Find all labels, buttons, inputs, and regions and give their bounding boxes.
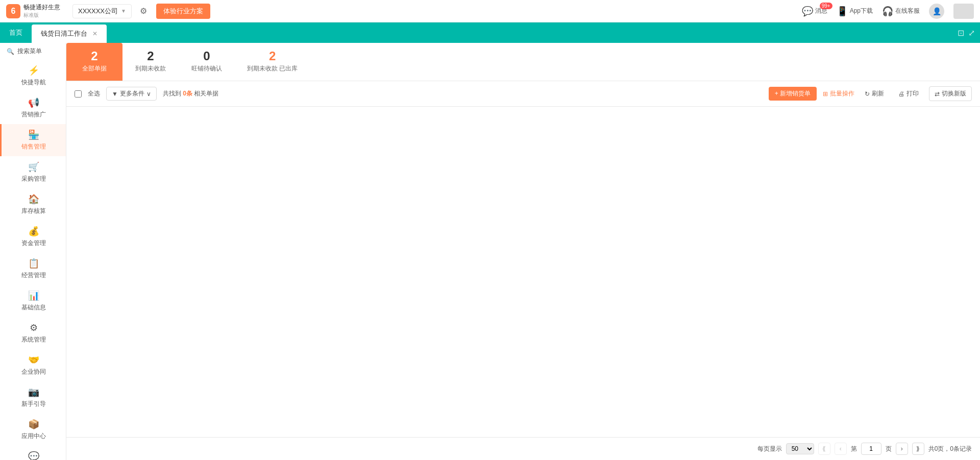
refresh-button[interactable]: ↻ 刷新: [861, 87, 888, 101]
filter-label: 更多条件: [120, 89, 144, 98]
table-area: [66, 107, 980, 437]
switch-version-button[interactable]: ⇄ 切换新版: [929, 86, 972, 101]
switch-label: 切换新版: [942, 89, 966, 98]
stat-card-all[interactable]: 2 全部单据: [66, 43, 122, 81]
stat-label-overdue: 到期未收款: [135, 64, 166, 73]
sidebar-item-guide[interactable]: 📷 新手引导: [0, 381, 66, 414]
new-sales-order-button[interactable]: + 新增销货单: [769, 87, 817, 101]
batch-label: 批量操作: [830, 89, 854, 98]
tab-expand-icon[interactable]: ⤢: [968, 28, 975, 38]
per-page-label: 每页显示: [757, 445, 782, 453]
content-area: 2 全部单据 2 到期未收款 0 旺铺待确认 2 到期未收款 已出库 全选: [66, 43, 980, 460]
finance-label: 资金管理: [21, 239, 46, 248]
sidebar-item-sales[interactable]: 🏪 销售管理: [0, 124, 66, 156]
quick-nav-label: 快捷导航: [21, 78, 46, 87]
tab-home[interactable]: 首页: [0, 22, 32, 43]
sidebar-item-system[interactable]: ⚙ 系统管理: [0, 317, 66, 349]
sidebar-item-purchase[interactable]: 🛒 采购管理: [0, 156, 66, 188]
page-input[interactable]: [861, 443, 881, 455]
tab-workspace-label: 钱货日清工作台: [41, 29, 87, 38]
batch-operation-button[interactable]: ⊞ 批量操作: [823, 89, 854, 98]
found-suffix: 相关单据: [194, 90, 218, 97]
next-page-button[interactable]: ›: [896, 443, 908, 455]
print-icon: 🖨: [898, 90, 904, 98]
logo-area: 6 畅捷通好生意 标准版: [6, 4, 72, 18]
apps-label: 应用中心: [21, 432, 46, 441]
batch-icon: ⊞: [823, 90, 828, 98]
inventory-icon: 🏠: [28, 193, 39, 205]
sidebar: 🔍 搜索菜单 ⚡ 快捷导航 📢 营销推广 🏪 销售管理 🛒 采购管理 🏠 库存核…: [0, 43, 66, 460]
found-text: 共找到 0条 相关单据: [163, 89, 218, 98]
sidebar-item-inventory[interactable]: 🏠 库存核算: [0, 188, 66, 221]
main-layout: 🔍 搜索菜单 ⚡ 快捷导航 📢 营销推广 🏪 销售管理 🛒 采购管理 🏠 库存核…: [0, 43, 980, 460]
tab-close-icon[interactable]: ✕: [92, 30, 97, 37]
filter-icon: ▼: [112, 90, 118, 98]
stat-label-all: 全部单据: [82, 64, 107, 73]
purchase-icon: 🛒: [28, 161, 39, 173]
app-version: 标准版: [23, 12, 60, 18]
online-service-icon: 🎧: [882, 6, 893, 17]
sidebar-item-apps[interactable]: 📦 应用中心: [0, 414, 66, 446]
user-info[interactable]: [953, 4, 974, 19]
total-label: 共0页，0条记录: [928, 445, 972, 453]
first-page-button[interactable]: ⟪: [818, 443, 830, 455]
last-page-button[interactable]: ⟫: [912, 443, 924, 455]
sidebar-item-quick-nav[interactable]: ⚡ 快捷导航: [0, 60, 66, 92]
app-download-label: App下载: [850, 7, 873, 15]
refresh-icon: ↻: [865, 90, 870, 98]
stat-card-unshipped[interactable]: 2 到期未收款 已出库: [235, 43, 310, 81]
finance-icon: 💰: [28, 226, 39, 237]
print-button[interactable]: 🖨 打印: [894, 87, 923, 101]
toolbar: 全选 ▼ 更多条件 ∨ 共找到 0条 相关单据 + 新增销货单 ⊞ 批量操作: [66, 81, 980, 107]
found-prefix: 共找到: [163, 90, 181, 97]
print-label: 打印: [906, 89, 919, 98]
message-badge: 99+: [820, 3, 832, 9]
toolbar-left: 全选 ▼ 更多条件 ∨ 共找到 0条 相关单据: [75, 87, 763, 101]
page-label: 第: [851, 445, 857, 453]
inventory-label: 库存核算: [21, 207, 46, 215]
tab-restore-icon[interactable]: ⊡: [958, 28, 964, 38]
sidebar-item-wechat[interactable]: 💬 企业微信: [0, 446, 66, 460]
operations-icon: 📋: [28, 258, 39, 269]
prev-page-button[interactable]: ‹: [835, 443, 847, 455]
stat-num-unshipped: 2: [269, 49, 276, 63]
purchase-label: 采购管理: [21, 175, 46, 183]
settings-button[interactable]: ⚙: [136, 4, 151, 19]
sales-label: 销售管理: [21, 142, 46, 151]
guide-icon: 📷: [28, 386, 39, 398]
stat-num-pending: 0: [203, 49, 210, 63]
sidebar-item-basics[interactable]: 📊 基础信息: [0, 285, 66, 317]
sidebar-item-finance[interactable]: 💰 资金管理: [0, 221, 66, 253]
app-download-item[interactable]: 📱 App下载: [837, 6, 873, 17]
app-name: 畅捷通好生意: [23, 4, 60, 12]
stats-row: 2 全部单据 2 到期未收款 0 旺铺待确认 2 到期未收款 已出库: [66, 43, 980, 81]
filter-button[interactable]: ▼ 更多条件 ∨: [106, 87, 157, 101]
tab-workspace[interactable]: 钱货日清工作台 ✕: [32, 25, 107, 43]
filter-chevron: ∨: [146, 90, 151, 98]
company-selector[interactable]: XXXXXX公司 ▼: [72, 4, 132, 18]
quick-nav-icon: ⚡: [28, 65, 39, 76]
apps-icon: 📦: [28, 419, 39, 430]
sidebar-item-enterprise[interactable]: 🤝 企业协同: [0, 349, 66, 381]
online-service-item[interactable]: 🎧 在线客服: [882, 6, 920, 17]
stat-card-pending[interactable]: 0 旺铺待确认: [179, 43, 235, 81]
sidebar-item-operations[interactable]: 📋 经营管理: [0, 253, 66, 285]
toolbar-right: + 新增销货单 ⊞ 批量操作 ↻ 刷新 🖨 打印 ⇄ 切换新版: [769, 86, 972, 101]
avatar-icon: 👤: [933, 7, 941, 15]
marketing-label: 营销推广: [21, 110, 46, 119]
select-all-checkbox[interactable]: [75, 90, 82, 98]
stat-num-all: 2: [91, 49, 97, 63]
company-name: XXXXXX公司: [78, 7, 118, 16]
message-item[interactable]: 💬 消息 99+: [802, 6, 827, 17]
company-dropdown-arrow: ▼: [121, 8, 126, 14]
sales-icon: 🏪: [28, 129, 39, 140]
basics-label: 基础信息: [21, 303, 46, 312]
trial-button[interactable]: 体验行业方案: [156, 4, 210, 19]
sidebar-item-marketing[interactable]: 📢 营销推广: [0, 92, 66, 124]
stat-card-overdue[interactable]: 2 到期未收款: [122, 43, 179, 81]
wechat-icon: 💬: [28, 451, 39, 460]
avatar[interactable]: 👤: [929, 4, 944, 19]
top-header: 6 畅捷通好生意 标准版 XXXXXX公司 ▼ ⚙ 体验行业方案 💬 消息 99…: [0, 0, 980, 22]
per-page-select[interactable]: 50 10 20 100: [786, 443, 814, 454]
sidebar-search[interactable]: 🔍 搜索菜单: [0, 43, 66, 60]
